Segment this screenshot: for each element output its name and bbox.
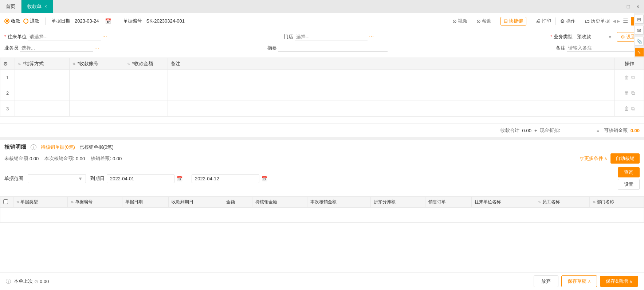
tab-active[interactable]: 收款单 × — [21, 0, 53, 13]
discount-label: 现金折扣: — [540, 127, 560, 134]
biz-type-arrow-icon[interactable]: ▼ — [608, 34, 612, 40]
date-from-input[interactable] — [107, 174, 174, 183]
amount-cell-2 — [124, 85, 168, 101]
radio-receive[interactable]: 收款 — [4, 18, 20, 24]
remark-row-input-3[interactable] — [168, 101, 614, 116]
select-all-checkbox[interactable] — [3, 199, 8, 204]
radio-refund[interactable]: 退款 — [23, 18, 39, 24]
abandon-btn[interactable]: 放弃 — [534, 275, 558, 287]
auto-hexiao-btn[interactable]: 自动核销 — [610, 153, 640, 164]
sidebar-table-icon[interactable]: ⊞ — [635, 15, 644, 24]
history-icon: 🗂 — [585, 18, 590, 24]
table-gear-icon[interactable]: ⚙ — [3, 61, 8, 67]
amount-input-1[interactable] — [124, 70, 168, 85]
copy-icon-3[interactable]: ⧉ — [631, 106, 635, 112]
save-new-btn[interactable]: 保存&新增 ∧ — [600, 276, 638, 287]
th-remark-label: 备注 — [171, 61, 180, 66]
date-to-icon[interactable]: 📅 — [262, 176, 267, 181]
store-input[interactable] — [295, 33, 368, 40]
main-content: 收款 退款 单据日期 2023-03-24 📅 单据编号 SK-20230324… — [0, 13, 644, 290]
remark-row-input-1[interactable] — [168, 70, 614, 85]
hexiao-header: 核销明细 i 待核销单据(0笔) 已核销单据(0笔) — [4, 144, 640, 150]
account-input-3[interactable] — [70, 101, 124, 116]
settle-input-2[interactable] — [15, 85, 69, 101]
copy-icon-1[interactable]: ⧉ — [631, 74, 635, 81]
date-to-input[interactable] — [192, 174, 259, 183]
copy-icon-2[interactable]: ⧉ — [631, 90, 635, 96]
settle-input-3[interactable] — [15, 101, 69, 116]
date-calendar-icon[interactable]: 📅 — [105, 18, 111, 24]
equal-sign: = — [597, 128, 600, 133]
num-label: 单据编号 — [123, 18, 142, 24]
settle-cell-2 — [15, 85, 70, 101]
done-tab[interactable]: 已核销单据(0笔) — [79, 144, 114, 150]
save-draft-btn[interactable]: 保存草稿 ∧ — [561, 275, 597, 287]
biz-type-required: * — [550, 34, 552, 39]
bottom-table-area: ⇅ 单据类型⇅ 单据编号单据日期收款到期日金额待核销金额本次核销金额折扣分摊额销… — [0, 196, 644, 272]
store-label: 门店 — [284, 34, 293, 40]
footer-info-icon[interactable]: i — [6, 279, 11, 284]
amount-input-3[interactable] — [124, 101, 168, 116]
divider-3 — [472, 17, 472, 25]
sidebar-clip-icon[interactable]: 📎 — [635, 37, 644, 46]
bottom-settings-btn[interactable]: 设置 — [618, 179, 640, 190]
discount-input[interactable] — [563, 127, 592, 134]
tab-home-label: 首页 — [6, 3, 15, 10]
amount-cell-1 — [124, 70, 168, 85]
amount-input-2[interactable] — [124, 85, 168, 101]
remark-input[interactable] — [567, 44, 640, 52]
th-settle: ⇅ *结算方式 — [15, 58, 70, 70]
footer-bar: i 本单上次 ⊙ 0.00 放弃 保存草稿 ∧ 保存&新增 ∧ — [0, 272, 644, 290]
filter-icon: ▽ — [580, 156, 584, 161]
delete-icon-2[interactable]: 🗑 — [624, 90, 629, 96]
date-range-dash: — — [185, 176, 189, 181]
amount-cell-3 — [124, 101, 168, 117]
print-btn[interactable]: 🖨 打印 — [535, 18, 551, 24]
th-settle-label: *结算方式 — [23, 61, 44, 66]
sidebar-expand-icon[interactable]: ⤡ — [635, 48, 644, 56]
counterpart-input[interactable] — [28, 33, 101, 40]
range-select[interactable]: ▼ — [28, 174, 86, 183]
win-minimize-btn[interactable]: — — [616, 3, 622, 10]
more-conditions-btn[interactable]: ▽ 更多条件 ∧ — [580, 155, 608, 162]
date-from-icon[interactable]: 📅 — [177, 176, 182, 181]
win-restore-btn[interactable]: □ — [625, 3, 632, 10]
history-btn[interactable]: 🗂 历史单据 — [585, 18, 610, 24]
settle-cell-1 — [15, 70, 70, 85]
query-btn[interactable]: 查询 — [618, 167, 640, 177]
sidebar-email-icon[interactable]: ✉ — [635, 26, 644, 35]
remark-cell-3 — [168, 101, 615, 117]
shortcut-btn[interactable]: ⊟ 快捷键 — [500, 17, 526, 26]
three-lines-icon[interactable]: ☰ — [623, 17, 628, 24]
tab-home[interactable]: 首页 — [0, 0, 21, 13]
nav-next-icon[interactable]: ▶ — [617, 19, 620, 24]
staff-input[interactable] — [20, 44, 93, 52]
delete-icon-3[interactable]: 🗑 — [624, 106, 629, 111]
save-draft-label: 保存草稿 — [568, 278, 586, 285]
operate-btn[interactable]: ⚙ 操作 — [560, 18, 576, 24]
hexiao-info-icon[interactable]: i — [31, 144, 36, 150]
bth-col-6: 本次核销金额 — [307, 197, 370, 208]
account-input-1[interactable] — [70, 70, 124, 85]
this-check-label: 本次核销金额: — [44, 155, 74, 162]
win-close-btn[interactable]: × — [635, 3, 641, 10]
pending-tab[interactable]: 待核销单据(0笔) — [41, 144, 75, 150]
staff-more-btn[interactable]: ··· — [94, 45, 99, 51]
help-btn[interactable]: ⊙ 帮助 — [476, 18, 491, 24]
last-circle-icon: ⊙ — [34, 279, 38, 284]
tab-close-btn[interactable]: × — [44, 4, 47, 9]
delete-icon-1[interactable]: 🗑 — [624, 74, 629, 80]
stats-row: 未核销金额 0.00 本次核销金额: 0.00 核销差额: 0.00 ▽ 更多条… — [4, 153, 640, 164]
operate-icon: ⚙ — [560, 18, 565, 24]
account-input-2[interactable] — [70, 85, 124, 101]
counterpart-more-btn[interactable]: ··· — [102, 34, 107, 40]
store-more-btn[interactable]: ··· — [369, 34, 374, 40]
bth-col-4: 金额 — [223, 197, 252, 208]
tab-bar-right: — □ × — [616, 3, 644, 10]
remark-row-input-2[interactable] — [168, 85, 614, 101]
summary-input[interactable] — [278, 44, 388, 52]
settle-input-1[interactable] — [15, 70, 69, 85]
video-btn[interactable]: ⊙ 视频 — [452, 18, 467, 24]
footer-left: i 本单上次 ⊙ 0.00 — [6, 278, 49, 285]
nav-prev-icon[interactable]: ◀ — [613, 19, 616, 24]
